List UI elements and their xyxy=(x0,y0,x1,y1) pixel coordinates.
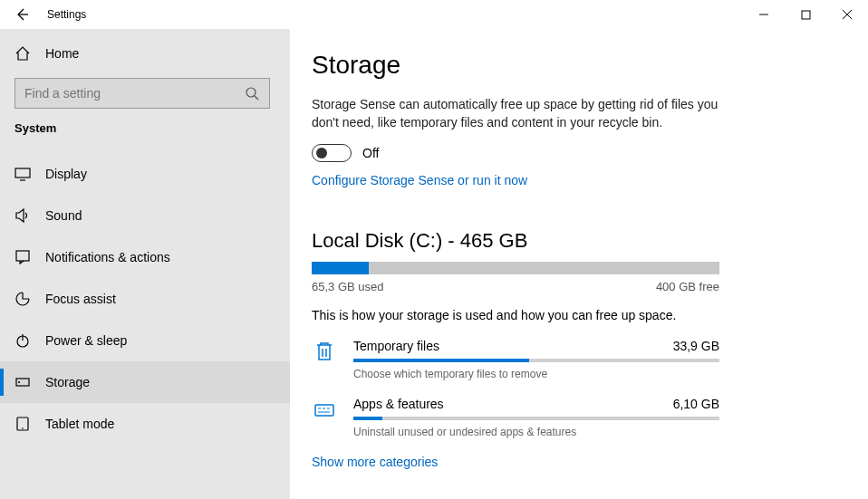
disk-used-label: 65,3 GB used xyxy=(312,280,384,293)
sidebar-item-power-sleep[interactable]: Power & sleep xyxy=(0,320,290,361)
category-size: 6,10 GB xyxy=(673,397,719,411)
svg-point-1 xyxy=(246,88,256,97)
sidebar-item-display[interactable]: Display xyxy=(0,153,290,195)
tablet-icon xyxy=(14,416,31,432)
storage-icon xyxy=(14,374,31,390)
sidebar-section-label: System xyxy=(0,121,290,135)
search-field[interactable] xyxy=(24,86,233,101)
storage-sense-toggle-label: Off xyxy=(362,146,379,160)
apps-icon xyxy=(312,397,337,422)
close-button[interactable] xyxy=(826,0,868,29)
search-input[interactable] xyxy=(14,78,270,109)
sidebar-item-label: Notifications & actions xyxy=(45,250,170,264)
category-bar xyxy=(353,417,719,420)
sidebar-item-label: Power & sleep xyxy=(45,333,127,348)
sidebar-item-label: Storage xyxy=(45,375,90,389)
category-sub: Choose which temporary files to remove xyxy=(353,368,719,380)
svg-rect-3 xyxy=(16,251,29,261)
sidebar-item-label: Focus assist xyxy=(45,292,116,306)
back-button[interactable] xyxy=(0,0,43,29)
disk-usage-bar xyxy=(312,262,719,274)
main-pane: Storage Storage Sense can automatically … xyxy=(290,29,868,499)
category-label: Temporary files xyxy=(353,339,439,353)
titlebar: Settings xyxy=(0,0,868,29)
toggle-knob xyxy=(316,148,327,158)
window-title: Settings xyxy=(43,8,86,21)
sidebar-item-label: Tablet mode xyxy=(45,417,114,431)
svg-point-6 xyxy=(18,381,20,383)
configure-storage-sense-link[interactable]: Configure Storage Sense or run it now xyxy=(312,173,839,187)
svg-rect-0 xyxy=(802,11,810,19)
disk-heading: Local Disk (C:) - 465 GB xyxy=(312,229,839,253)
svg-rect-2 xyxy=(15,168,30,178)
trash-icon xyxy=(312,339,337,364)
sound-icon xyxy=(14,207,31,224)
sidebar-item-tablet-mode[interactable]: Tablet mode xyxy=(0,403,290,445)
category-size: 33,9 GB xyxy=(673,339,719,353)
storage-usage-text: This is how your storage is used and how… xyxy=(312,308,839,322)
arrow-left-icon xyxy=(14,6,30,23)
sidebar-item-label: Sound xyxy=(45,208,82,223)
sidebar-item-sound[interactable]: Sound xyxy=(0,195,290,236)
power-icon xyxy=(14,332,31,349)
sidebar-item-notifications[interactable]: Notifications & actions xyxy=(0,236,290,278)
category-apps-features[interactable]: Apps & features 6,10 GB Uninstall unused… xyxy=(312,397,719,438)
sidebar: Home System Display Sound Notifications … xyxy=(0,29,290,499)
svg-rect-9 xyxy=(315,405,333,416)
category-bar xyxy=(353,359,719,362)
minimize-button[interactable] xyxy=(743,0,785,29)
sidebar-home-label: Home xyxy=(45,46,79,61)
display-icon xyxy=(14,166,31,182)
maximize-button[interactable] xyxy=(785,0,826,29)
show-more-categories-link[interactable]: Show more categories xyxy=(312,455,839,469)
maximize-icon xyxy=(797,6,814,23)
page-title: Storage xyxy=(312,51,839,80)
svg-point-8 xyxy=(22,427,24,429)
close-icon xyxy=(839,6,855,23)
storage-sense-toggle[interactable] xyxy=(312,144,352,162)
disk-usage-fill xyxy=(312,262,369,274)
sidebar-home[interactable]: Home xyxy=(0,36,290,71)
notifications-icon xyxy=(14,249,31,265)
home-icon xyxy=(14,45,31,62)
search-icon xyxy=(244,85,260,101)
sidebar-item-focus-assist[interactable]: Focus assist xyxy=(0,278,290,320)
category-temporary-files[interactable]: Temporary files 33,9 GB Choose which tem… xyxy=(312,339,719,380)
category-label: Apps & features xyxy=(353,397,444,411)
focus-assist-icon xyxy=(14,291,31,307)
disk-free-label: 400 GB free xyxy=(656,280,719,293)
storage-sense-description: Storage Sense can automatically free up … xyxy=(312,96,728,131)
minimize-icon xyxy=(756,6,772,23)
sidebar-item-label: Display xyxy=(45,167,87,181)
sidebar-item-storage[interactable]: Storage xyxy=(0,361,290,403)
category-sub: Uninstall unused or undesired apps & fea… xyxy=(353,426,719,438)
